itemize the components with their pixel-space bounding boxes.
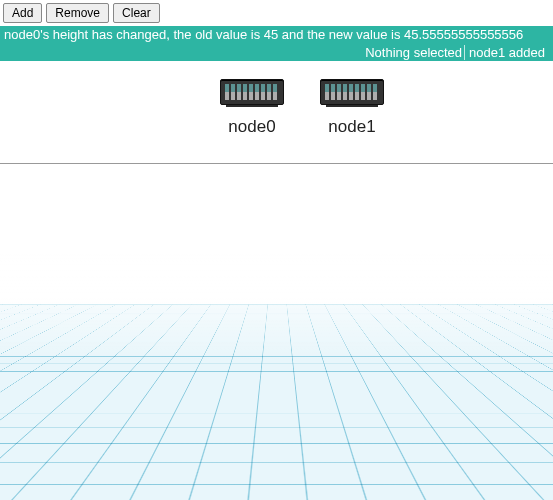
top-node-0[interactable]: node0 [220, 79, 284, 137]
status-line-height-changed: node0's height has changed, the old valu… [0, 26, 553, 44]
clear-button[interactable]: Clear [113, 3, 160, 23]
scene-node-label: node1 [156, 436, 214, 450]
add-button[interactable]: Add [3, 3, 42, 23]
toolbar: Add Remove Clear [0, 0, 553, 26]
status-bar: node0's height has changed, the old valu… [0, 26, 553, 61]
top-2d-view[interactable]: node0 node1 [0, 61, 553, 164]
top-node-label: node1 [320, 117, 384, 137]
scene-node-0[interactable]: node0 [90, 410, 148, 450]
scene-node-1[interactable]: node1 [160, 410, 218, 450]
horizon-haze [0, 164, 553, 364]
top-node-label: node0 [220, 117, 284, 137]
top-node-1[interactable]: node1 [320, 79, 384, 137]
device-icon [320, 79, 384, 105]
status-line-2: Nothing selectednode1 added [0, 44, 553, 62]
status-node-added: node1 added [464, 45, 545, 60]
device-icon [158, 410, 219, 434]
remove-button[interactable]: Remove [46, 3, 109, 23]
watermark: http://blog.csdn.net/xhload3d [329, 483, 547, 497]
scene-node-label: node0 [86, 436, 144, 450]
bottom-3d-view[interactable]: node0 node1 http://blog.csdn.net/xhload3… [0, 164, 553, 500]
status-selection: Nothing selected [365, 45, 462, 60]
device-icon [88, 410, 149, 434]
device-icon [220, 79, 284, 105]
